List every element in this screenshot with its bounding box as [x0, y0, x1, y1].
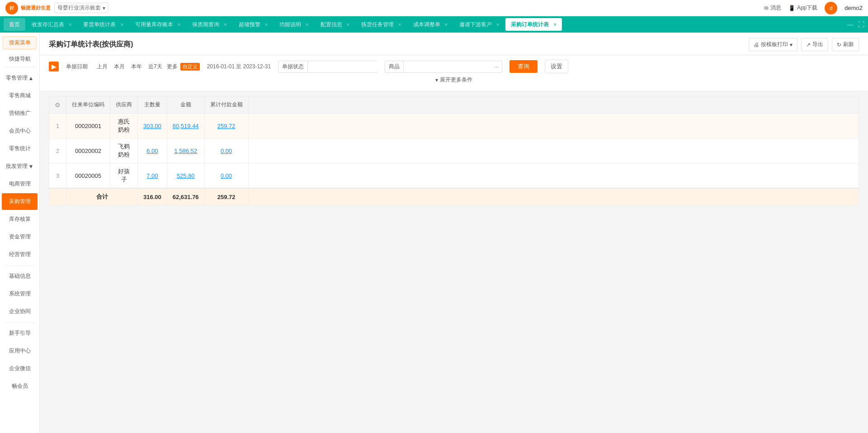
qty-link[interactable]: 6.00	[146, 148, 158, 154]
table-container: ⚙ 往来单位编码 供应商 主数量 金额 累计付款金额 1 00020001 惠氏…	[40, 91, 868, 433]
date-shortcut-last-month[interactable]: 上月	[95, 62, 109, 71]
sidebar-item-operations[interactable]: 经营管理	[2, 246, 38, 263]
sidebar-item-wechat[interactable]: 企业微信	[2, 360, 38, 377]
sidebar-item-purchase[interactable]: 采购管理	[2, 193, 38, 210]
workspace-selector[interactable]: 母婴行业演示账套 ▾	[54, 3, 108, 13]
qty-link[interactable]: 303.00	[143, 123, 161, 129]
sidebar-item-label: 基础信息	[9, 273, 31, 279]
tab-shouzou[interactable]: 收发存汇总表 ×	[26, 18, 77, 31]
goods-filter-input[interactable]	[404, 62, 491, 71]
sidebar-item-label: 批发管理	[6, 162, 28, 170]
top-bar-right: ✉ 消息 📱 App下载 d demo2	[764, 2, 863, 14]
tab-kuyong[interactable]: 可用量库存账本 ×	[130, 18, 186, 31]
sidebar-item-label: 畅会员	[12, 383, 28, 389]
filter-toggle-button[interactable]: ▶	[49, 62, 59, 71]
sidebar-item-basic[interactable]: 基础信息	[2, 268, 38, 285]
date-shortcut-7days[interactable]: 近7天	[146, 62, 164, 71]
page-header: 采购订单统计表(按供应商) 🖨 按模板打印 ▾ ↗ 导出 ↻ 刷新	[40, 33, 868, 55]
amount-link[interactable]: 525.80	[177, 172, 195, 179]
date-shortcut-this-year[interactable]: 本年	[129, 62, 144, 71]
sidebar-item-label: 营销推广	[9, 110, 31, 116]
expand-more-button[interactable]: ▾ 展开更多条件	[435, 76, 472, 84]
sidebar-item-inventory[interactable]: 库存核算	[2, 211, 38, 228]
date-shortcut-this-month[interactable]: 本月	[112, 62, 127, 71]
goods-more-icon[interactable]: ···	[491, 62, 502, 72]
col-extra	[248, 96, 859, 114]
tab-label: 采购订单统计表	[511, 21, 549, 29]
table-footer-row: 合计 316.00 62,631.76 259.72	[49, 188, 859, 205]
tab-gongneng[interactable]: 功能说明 ×	[274, 18, 314, 31]
cell-amount: 60,519.44	[167, 114, 204, 138]
chevron-icon: ▲	[28, 75, 34, 81]
user-avatar[interactable]: d	[825, 2, 837, 14]
refresh-button[interactable]: ↻ 刷新	[832, 38, 859, 51]
main-layout: 搜索菜单 快捷导航 零售管理 ▲ 零售商城 营销推广 会员中心 零售统计 批发管…	[0, 33, 868, 433]
date-custom-badge[interactable]: 自定义	[180, 63, 200, 71]
amount-link[interactable]: 60,519.44	[173, 123, 199, 129]
sidebar-item-apps[interactable]: 应用中心	[2, 343, 38, 359]
tab-label: 拣货任务管理	[361, 21, 394, 29]
sidebar-item-vip[interactable]: 畅会员	[2, 378, 38, 395]
sidebar-item-ecommerce[interactable]: 电商管理	[2, 176, 38, 192]
settings-button[interactable]: 设置	[545, 60, 568, 73]
minimize-icon[interactable]: —	[847, 21, 854, 28]
template-print-button[interactable]: 🖨 按模板打印 ▾	[749, 38, 797, 51]
maximize-icon[interactable]: ⛶	[858, 21, 864, 28]
sidebar-item-label: 电商管理	[9, 181, 31, 187]
tab-baozhi[interactable]: 保质期查询 ×	[187, 18, 232, 31]
paid-link[interactable]: 259.72	[217, 123, 236, 129]
sidebar-item-store[interactable]: 零售商城	[2, 87, 38, 104]
close-icon[interactable]: ×	[398, 22, 401, 27]
logo-icon: 好	[5, 2, 18, 14]
chevron-down-icon: ▾	[435, 77, 438, 83]
sidebar-item-member[interactable]: 会员中心	[2, 123, 38, 139]
sidebar-item-system[interactable]: 系统管理	[2, 285, 38, 302]
tab-yaohuo[interactable]: 要货单统计表 ×	[78, 18, 128, 31]
date-more-button[interactable]: 更多	[167, 63, 178, 71]
sidebar-item-wholesale[interactable]: 批发管理 ▼	[2, 158, 38, 175]
close-icon[interactable]: ×	[69, 22, 71, 27]
cell-supplier: 飞鹤奶粉	[110, 138, 138, 163]
gear-icon[interactable]: ⚙	[55, 101, 61, 109]
sidebar-item-finance[interactable]: 资金管理	[2, 228, 38, 245]
paid-link[interactable]: 0.00	[221, 172, 232, 179]
close-icon[interactable]: ×	[224, 22, 226, 27]
sidebar-item-guide[interactable]: 新手引导	[2, 325, 38, 342]
close-icon[interactable]: ×	[178, 22, 180, 27]
user-initials: d	[830, 5, 832, 11]
close-icon[interactable]: ×	[306, 22, 308, 27]
close-icon[interactable]: ×	[120, 22, 123, 27]
tab-peizhi[interactable]: 配置信息 ×	[315, 18, 355, 31]
tab-chengben[interactable]: 成本调整单 ×	[408, 18, 453, 31]
sidebar-quick-nav[interactable]: 快捷导航	[0, 53, 39, 65]
app-download-button[interactable]: 📱 App下载	[788, 4, 817, 12]
logo-area: 好 畅捷通好生意	[5, 2, 51, 14]
tab-label: 功能说明	[279, 21, 301, 29]
tab-home[interactable]: 首页	[4, 18, 25, 31]
sidebar-item-collab[interactable]: 企业协同	[2, 303, 38, 320]
sidebar-item-retail-stat[interactable]: 零售统计	[2, 140, 38, 157]
export-button[interactable]: ↗ 导出	[801, 38, 828, 51]
close-icon[interactable]: ×	[553, 22, 556, 27]
close-icon[interactable]: ×	[347, 22, 349, 27]
sidebar-item-marketing[interactable]: 营销推广	[2, 105, 38, 122]
logo-text: 畅捷通好生意	[21, 5, 51, 11]
query-button[interactable]: 查询	[509, 60, 538, 73]
search-menu-button[interactable]: 搜索菜单	[3, 36, 37, 49]
tab-caigou-active[interactable]: 采购订单统计表 ×	[505, 18, 561, 31]
close-icon[interactable]: ×	[265, 22, 268, 27]
status-filter-input[interactable]	[308, 62, 383, 71]
qty-link[interactable]: 7.00	[146, 172, 158, 179]
tab-yaoqing[interactable]: 邀请下游客户 ×	[454, 18, 505, 31]
cell-code: 00020001	[66, 114, 110, 138]
close-icon[interactable]: ×	[496, 22, 499, 27]
sidebar-item-retail[interactable]: 零售管理 ▲	[2, 70, 38, 86]
paid-link[interactable]: 0.00	[221, 148, 232, 154]
tab-chaochu[interactable]: 超储预警 ×	[233, 18, 273, 31]
sidebar-search-area: 搜索菜单	[0, 33, 39, 53]
close-icon[interactable]: ×	[445, 22, 448, 27]
tab-label: 超储预警	[239, 21, 260, 29]
message-button[interactable]: ✉ 消息	[764, 4, 781, 12]
amount-link[interactable]: 1,586.52	[174, 148, 197, 154]
tab-jianhuo[interactable]: 拣货任务管理 ×	[356, 18, 406, 31]
